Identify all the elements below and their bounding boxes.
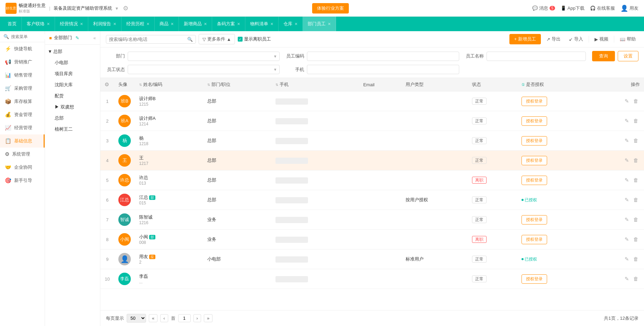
tab-profit-close[interactable]: ✕ — [113, 22, 116, 26]
auth-login-btn[interactable]: 授权登录 — [521, 274, 547, 284]
sidebar-item-purchase[interactable]: 🛒 采购管理 — [0, 82, 45, 95]
view-btn[interactable]: ▶ 视频 — [592, 34, 611, 44]
sidebar-item-system[interactable]: ⚙ 系统管理 — [0, 148, 45, 161]
auth-login-btn[interactable]: 授权登录 — [521, 235, 547, 244]
sidebar-item-quicknav[interactable]: ⚡ 快捷导航 — [0, 42, 45, 55]
page-size-select[interactable]: 50 20 100 — [127, 314, 146, 323]
table-settings-icon[interactable]: ⚙ — [105, 81, 109, 87]
sidebar-item-business[interactable]: 📈 经营管理 — [0, 121, 45, 134]
status-select[interactable]: ▾ — [128, 65, 280, 74]
tab-dept-staff-close[interactable]: ✕ — [328, 22, 331, 26]
dept-node-zongbu[interactable]: ▼ 总部 — [45, 46, 100, 57]
edit-btn[interactable]: ✎ — [623, 176, 631, 184]
help-btn[interactable]: 📖 帮助 — [617, 34, 638, 44]
dept-node-zongbu2[interactable]: 总部 — [45, 113, 100, 124]
tab-barcode-close[interactable]: ✕ — [237, 22, 240, 26]
resign-checkbox[interactable]: ✓ — [238, 37, 243, 42]
phone-input[interactable] — [307, 65, 459, 74]
edit-btn[interactable]: ✎ — [623, 255, 631, 263]
row-auth[interactable]: 授权登录 — [517, 230, 591, 249]
delete-btn[interactable]: 🗑 — [632, 236, 640, 243]
sort-icon-name[interactable]: ⇅ — [139, 83, 142, 87]
trial-button[interactable]: 体验行业方案 — [312, 3, 349, 14]
dept-edit-btn[interactable]: ✎ — [75, 35, 79, 41]
row-auth[interactable]: 授权登录 — [517, 111, 591, 131]
message-btn[interactable]: 💬 消息 5 — [532, 5, 555, 11]
edit-btn[interactable]: ✎ — [623, 275, 631, 282]
tab-barcode[interactable]: 条码方案 ✕ — [212, 17, 245, 31]
tab-customer-close[interactable]: ✕ — [47, 22, 50, 26]
tab-operation[interactable]: 经营情况 ✕ — [55, 17, 88, 31]
row-auth[interactable]: 授权登录 — [517, 269, 591, 289]
set-btn[interactable]: 设置 — [618, 51, 638, 61]
dept-node-zhishu[interactable]: 植树王二 — [45, 124, 100, 135]
tab-warehouse-close[interactable]: ✕ — [294, 22, 298, 26]
dept-collapse-btn[interactable]: « — [93, 35, 96, 41]
auth-login-btn[interactable]: 授权登录 — [521, 176, 547, 185]
row-auth[interactable]: 已授权 — [517, 190, 591, 210]
dept-node-shenyang[interactable]: 沈阳大库 — [45, 79, 100, 90]
sidebar-item-collab[interactable]: 🤝 企业协同 — [0, 161, 45, 174]
first-page-btn[interactable]: « — [149, 314, 157, 322]
row-auth[interactable]: 授权登录 — [517, 170, 591, 190]
row-auth[interactable]: 已授权 — [517, 249, 591, 269]
dept-node-shuanglx[interactable]: ▶ 双虞想 — [45, 102, 100, 113]
dept-node-xiaodibu[interactable]: 小电部 — [45, 57, 100, 68]
emp-name-input[interactable] — [487, 52, 586, 61]
edit-btn[interactable]: ✎ — [623, 216, 631, 223]
more-filter-btn[interactable]: ▽ 更多条件 ▲ — [199, 34, 235, 44]
search-icon[interactable]: 🔍 — [187, 37, 193, 42]
export-btn[interactable]: ↗ 导出 — [544, 34, 563, 44]
tab-history[interactable]: 经营历程 ✕ — [121, 17, 155, 31]
sidebar-item-sales[interactable]: 📊 销售管理 — [0, 69, 45, 82]
dept-node-xiangmuku[interactable]: 项目库房 — [45, 68, 100, 79]
query-btn[interactable]: 查询 — [592, 51, 615, 61]
last-page-btn[interactable]: » — [204, 314, 212, 322]
sidebar-item-guide[interactable]: 🎯 新手引导 — [0, 174, 45, 187]
row-auth[interactable]: 授权登录 — [517, 210, 591, 230]
delete-btn[interactable]: 🗑 — [632, 97, 640, 105]
tab-bom-close[interactable]: ✕ — [270, 22, 273, 26]
prev-page-btn[interactable]: ‹ — [160, 314, 168, 322]
tab-add-goods[interactable]: 新增商品 ✕ — [179, 17, 212, 31]
row-auth[interactable]: 授权登录 — [517, 151, 591, 170]
page-input[interactable] — [178, 314, 191, 322]
all-dept-label[interactable]: 全部部门 — [54, 35, 72, 41]
row-auth[interactable]: 授权登录 — [517, 131, 591, 151]
system-dropdown-icon[interactable]: ▾ — [116, 6, 118, 11]
settings-icon[interactable]: ⚙ — [123, 5, 128, 12]
next-page-btn[interactable]: › — [193, 314, 201, 322]
import-btn[interactable]: ↙ 导入 — [566, 34, 586, 44]
tab-goods-close[interactable]: ✕ — [171, 22, 174, 26]
emp-code-input[interactable] — [307, 52, 459, 61]
auth-login-btn[interactable]: 授权登录 — [521, 156, 547, 165]
auth-login-btn[interactable]: 授权登录 — [521, 116, 547, 126]
auth-login-btn[interactable]: 授权登录 — [521, 215, 547, 224]
tab-add-goods-close[interactable]: ✕ — [204, 22, 207, 26]
dept-select[interactable]: ▾ — [128, 52, 280, 61]
edit-btn[interactable]: ✎ — [623, 196, 631, 203]
sidebar-item-finance[interactable]: 💰 资金管理 — [0, 108, 45, 121]
tab-dept-staff[interactable]: 部门员工 ✕ — [303, 17, 336, 31]
tab-bom[interactable]: 物料清单 ✕ — [245, 17, 279, 31]
edit-btn[interactable]: ✎ — [623, 117, 631, 124]
user-avatar[interactable]: 👤 用友 — [620, 5, 638, 12]
row-auth[interactable]: 授权登录 — [517, 91, 591, 111]
delete-btn[interactable]: 🗑 — [632, 137, 640, 144]
dept-node-peihuo[interactable]: 配货 — [45, 90, 100, 102]
tab-customer[interactable]: 客户联络 ✕ — [22, 17, 55, 31]
edit-btn[interactable]: ✎ — [623, 97, 631, 105]
add-employee-btn[interactable]: + 新增员工 — [509, 34, 541, 44]
auth-login-btn[interactable]: 授权登录 — [521, 97, 547, 106]
tab-history-close[interactable]: ✕ — [146, 22, 149, 26]
tab-home[interactable]: 首页 — [3, 17, 22, 31]
show-resign-toggle[interactable]: ✓ 显示离职员工 — [238, 36, 271, 42]
tab-warehouse[interactable]: 仓库 ✕ — [279, 17, 303, 31]
tab-operation-close[interactable]: ✕ — [80, 22, 83, 26]
sort-icon-dept[interactable]: ⇅ — [207, 83, 210, 87]
delete-btn[interactable]: 🗑 — [632, 216, 640, 223]
sort-icon-phone[interactable]: ⇅ — [275, 83, 278, 87]
search-input[interactable] — [109, 37, 185, 42]
delete-btn[interactable]: 🗑 — [632, 255, 640, 263]
app-download-btn[interactable]: 📱 App下载 — [561, 5, 584, 11]
